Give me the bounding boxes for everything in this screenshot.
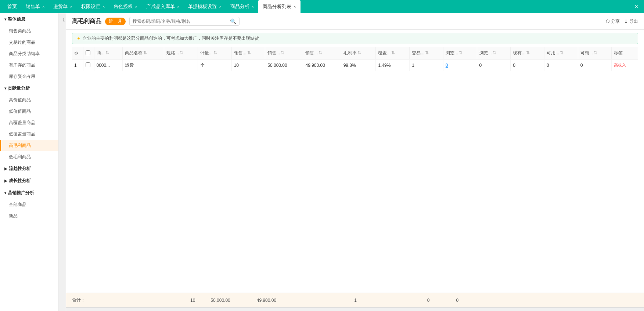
sidebar-item-category-rate[interactable]: 商品分类助销率	[0, 48, 58, 59]
export-button[interactable]: ⤓ 导出	[624, 18, 638, 25]
sort-icon: ⇅	[247, 50, 251, 55]
nav-role-auth[interactable]: 角色授权 ×	[109, 0, 141, 13]
cell-gross-margin: 99.8%	[341, 59, 376, 71]
sort-icon: ⇅	[213, 50, 217, 55]
col-name[interactable]: 商品名称⇅	[122, 47, 164, 59]
sidebar-item-high-value[interactable]: 高价值商品	[0, 94, 58, 106]
sidebar-item-traded-goods[interactable]: 交易过的商品	[0, 37, 58, 48]
sidebar-group-contribution[interactable]: ▾ 贡献量分析	[0, 82, 58, 94]
sort-icon: ⇅	[594, 50, 597, 55]
cell-checkbox[interactable]	[83, 59, 94, 71]
sidebar-item-sales-goods[interactable]: 销售类商品	[0, 25, 58, 37]
chevron-left-icon: 《	[60, 17, 65, 23]
sort-icon: ⇅	[180, 50, 183, 55]
expand-icon: ▶	[4, 167, 7, 171]
col-sales-cost[interactable]: 销售...⇅	[303, 47, 341, 59]
table-container: ⚙ 商...⇅ 商品名称⇅ 规格...⇅ 计量...⇅ 销售...⇅ 销售...…	[66, 47, 644, 293]
col-sales-amt[interactable]: 销售...⇅	[265, 47, 303, 59]
nav-template-settings[interactable]: 单据模板设置 ×	[184, 0, 226, 13]
export-icon: ⤓	[624, 19, 628, 24]
cell-available: 0	[544, 59, 578, 71]
sort-icon: ⇅	[493, 50, 496, 55]
sort-icon: ⇅	[526, 50, 530, 55]
nav-product-analysis-list[interactable]: 商品分析列表 ×	[258, 0, 300, 13]
window-close-button[interactable]: ×	[632, 3, 641, 10]
col-gross-margin[interactable]: 毛利率⇅	[341, 47, 376, 59]
close-icon[interactable]: ×	[102, 4, 105, 9]
search-input[interactable]	[133, 19, 230, 24]
content-area: 高毛利商品 近一月 🔍 ⬡ 分享 ⤓ 导出 ✦ 企业的主要的利润都是这部分商品创…	[66, 13, 644, 311]
cell-coverage: 1.49%	[376, 59, 410, 71]
sidebar-item-low-value[interactable]: 低价值商品	[0, 106, 58, 117]
select-all-checkbox[interactable]	[86, 50, 90, 55]
close-icon[interactable]: ×	[70, 4, 72, 9]
col-transactions[interactable]: 交易...⇅	[410, 47, 443, 59]
sidebar-item-low-margin[interactable]: 低毛利商品	[0, 151, 58, 163]
nav-permission-settings[interactable]: 权限设置 ×	[77, 0, 109, 13]
expand-icon: ▾	[4, 191, 6, 195]
sidebar-item-low-coverage[interactable]: 低覆盖量商品	[0, 129, 58, 140]
close-icon[interactable]: ×	[294, 4, 296, 9]
share-icon: ⬡	[606, 19, 609, 24]
cell-sales-amt: 50,000.00	[265, 59, 303, 71]
sort-icon: ⇅	[281, 50, 284, 55]
col-sellable[interactable]: 可销...⇅	[578, 47, 612, 59]
cell-views1[interactable]: 0	[443, 59, 477, 71]
top-navigation: 首页 销售单 × 进货单 × 权限设置 × 角色授权 × 产成品入库单 × 单据…	[0, 0, 644, 13]
share-button[interactable]: ⬡ 分享	[606, 18, 620, 25]
sidebar-group-flow[interactable]: ▶ 流趋性分析	[0, 163, 58, 175]
row-checkbox[interactable]	[86, 62, 90, 67]
col-views2[interactable]: 浏览...⇅	[477, 47, 511, 59]
cell-tag: 高收入	[612, 59, 638, 71]
col-unit[interactable]: 计量...⇅	[198, 47, 231, 59]
cell-name: 运费	[122, 59, 164, 71]
nav-home[interactable]: 首页	[3, 0, 21, 13]
cell-views2: 0	[477, 59, 511, 71]
sidebar-group-growth[interactable]: ▶ 成长性分析	[0, 175, 58, 187]
cell-sales-cost: 49,900.00	[303, 59, 341, 71]
sidebar-item-all-goods[interactable]: 全部商品	[0, 199, 58, 210]
sidebar-collapse-button[interactable]: 《	[59, 13, 66, 311]
page-title: 高毛利商品	[72, 18, 101, 25]
search-box: 🔍	[129, 17, 240, 26]
expand-icon: ▶	[4, 179, 7, 183]
search-icon[interactable]: 🔍	[230, 18, 236, 24]
col-spec[interactable]: 规格...⇅	[164, 47, 198, 59]
col-sales-qty[interactable]: 销售...⇅	[231, 47, 265, 59]
sort-icon: ⇅	[319, 50, 322, 55]
sort-icon: ⇅	[459, 50, 463, 55]
close-icon[interactable]: ×	[135, 4, 137, 9]
tip-bar: ✦ 企业的主要的利润都是这部分商品创造的，可考虑加大推广，同时关注库存是不要出现…	[72, 33, 638, 44]
close-icon[interactable]: ×	[219, 4, 221, 9]
table-row: 1 0000... 运费 个 10 50,000.00 49,900.00 99…	[72, 59, 638, 71]
filter-recent-month-button[interactable]: 近一月	[105, 18, 126, 25]
col-checkbox	[83, 47, 94, 59]
nav-product-inbound[interactable]: 产成品入库单 ×	[142, 0, 184, 13]
horizontal-scrollbar[interactable]	[66, 307, 644, 311]
close-icon[interactable]: ×	[252, 4, 254, 9]
sort-icon: ⇅	[425, 50, 429, 55]
col-coverage[interactable]: 覆盖...⇅	[376, 47, 410, 59]
col-code[interactable]: 商...⇅	[94, 47, 122, 59]
nav-sales-order[interactable]: 销售单 ×	[21, 0, 49, 13]
sidebar-item-high-margin[interactable]: 高毛利商品	[0, 140, 58, 151]
sidebar-item-new-goods[interactable]: 新品	[0, 210, 58, 222]
cell-current: 0	[511, 59, 544, 71]
nav-product-analysis[interactable]: 商品分析 ×	[226, 0, 258, 13]
col-available[interactable]: 可用...⇅	[544, 47, 578, 59]
nav-purchase-order[interactable]: 进货单 ×	[49, 0, 76, 13]
sidebar-group-marketing[interactable]: ▾ 营销推广分析	[0, 187, 58, 199]
sidebar-group-overall[interactable]: ▾ 整体信息	[0, 13, 58, 25]
sidebar-item-stocked-goods[interactable]: 有库存的商品	[0, 59, 58, 71]
close-icon[interactable]: ×	[42, 4, 44, 9]
table-header-row: ⚙ 商...⇅ 商品名称⇅ 规格...⇅ 计量...⇅ 销售...⇅ 销售...…	[72, 47, 638, 59]
sidebar-item-high-coverage[interactable]: 高覆盖量商品	[0, 117, 58, 129]
col-settings[interactable]: ⚙	[72, 47, 83, 59]
content-header: 高毛利商品 近一月 🔍 ⬡ 分享 ⤓ 导出	[66, 13, 644, 30]
col-current[interactable]: 现有...⇅	[511, 47, 544, 59]
col-views1[interactable]: 浏览...⇅	[443, 47, 477, 59]
close-icon[interactable]: ×	[177, 4, 179, 9]
sidebar-item-inventory-capital[interactable]: 库存资金占用	[0, 71, 58, 82]
footer-cells: 10 50,000.00 49,900.00 1 0 0	[85, 298, 638, 303]
header-actions: ⬡ 分享 ⤓ 导出	[606, 18, 638, 25]
